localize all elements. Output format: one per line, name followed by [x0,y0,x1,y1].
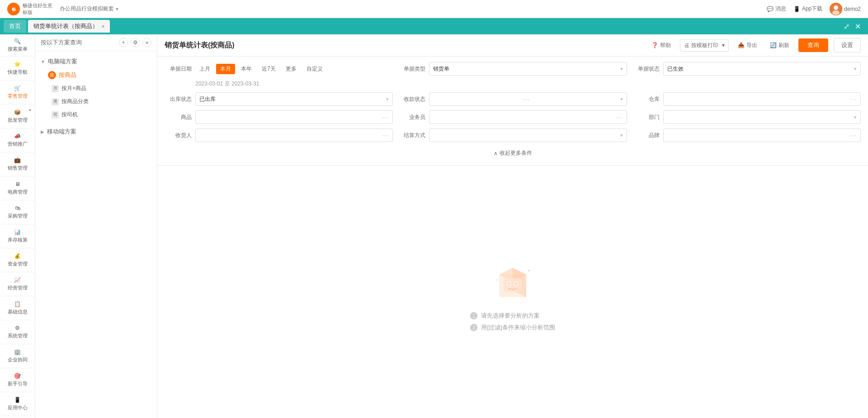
sidebar-item-marketing[interactable]: 📣 营销推广 [0,128,35,152]
message-btn[interactable]: 💬 消息 [767,5,786,13]
sidebar-item-retail[interactable]: 🛒 零售管理 [0,81,35,104]
payment-method-control[interactable]: ▾ [429,128,627,142]
doctype-control[interactable]: 销货单 ▾ [429,62,627,76]
sidebar-item-ecommerce[interactable]: 🖥 电商管理 [0,176,35,200]
retail-label: 零售管理 [8,93,28,100]
wholesale-icon: 📦 [14,109,21,115]
tab-active[interactable]: 销货单统计表（按商品） × [28,20,110,33]
date-label: 单据日期 [165,65,192,73]
outstatus-control[interactable]: 已出库 ▾ [195,92,393,106]
brand-control[interactable]: ··· [663,128,861,142]
svg-text:✦: ✦ [495,278,499,282]
refresh-btn[interactable]: 🔄 刷新 [766,40,793,51]
filter-outstatus-cell: 出库状态 已出库 ▾ [165,92,393,106]
empty-tip-1: 1 请先选择要分析的方案 [470,312,555,320]
group-label: 电脑端方案 [48,57,77,66]
date-btn-more[interactable]: 更多 [282,64,301,74]
svg-point-11 [508,283,510,285]
sidebar-quick-nav[interactable]: ⭐ 快捷导航 [0,57,35,81]
help-btn[interactable]: ❓ 帮助 [648,40,675,51]
svg-point-3 [834,5,838,10]
breadcrumb-arrow[interactable]: ▾ [116,6,118,12]
sidebar-item-finance[interactable]: 💰 资金管理 [0,248,35,272]
filter-brand-cell: 品牌 ··· [632,128,861,142]
operations-icon: 📈 [14,277,21,283]
search-icon: 🔍 [14,38,21,44]
message-icon: 💬 [767,6,774,12]
date-btn-last-month[interactable]: 上月 [195,64,214,74]
settings-scheme-btn[interactable]: ⚙ [131,38,140,47]
sidebar-search-label: 搜索菜单 [8,46,28,52]
docstatus-value: 已生效 [667,65,684,73]
user-area[interactable]: demo2 [830,3,861,15]
add-scheme-btn[interactable]: + [119,38,128,47]
sidebar-item-system[interactable]: ⚙ 系统管理 [0,320,35,344]
department-label: 部门 [632,114,660,121]
docstatus-control[interactable]: 已生效 ▾ [663,62,861,76]
sidebar-item-enterprise[interactable]: 🏢 企业协同 [0,344,35,368]
tip-text-2: 用[过滤]条件来缩小分析范围 [481,323,555,332]
sidebar-item-basics[interactable]: 📋 基础信息 [0,296,35,320]
tip-num-1: 1 [470,312,477,319]
template-print-btn[interactable]: 🖨 按模板打印 ▾ [680,39,729,52]
sidebar-item-inventory[interactable]: 📊 库存核算 [0,224,35,248]
scheme-item-by-product[interactable]: 按 按商品 [35,68,157,82]
breadcrumb: 办公用品行业模拟账套 ▾ [60,5,118,13]
scheme-item-by-category[interactable]: 类 按商品分类 [35,95,157,108]
tip-text-1: 请先选择要分析的方案 [481,312,540,320]
query-btn[interactable]: 查询 [798,38,828,52]
sidebar-item-appcenter[interactable]: 📱 应用中心 [0,392,35,416]
sidebar-item-wholesale[interactable]: 📦 批发管理 ▲ [0,104,35,128]
scheme-item-by-month-product[interactable]: 月 按月+商品 [35,82,157,95]
enterprise-icon: 🏢 [14,349,21,355]
sidebar-item-guide[interactable]: 🎯 新手引导 [0,368,35,392]
date-range-display: 2023-03-01 至 2023-03-31 [195,80,259,88]
doctype-value: 销货单 [433,65,449,73]
logo[interactable]: 畅 畅捷信好生意 标版 [7,2,52,15]
sidebar-search[interactable]: 🔍 搜索菜单 [0,34,35,57]
sidebar-item-sales[interactable]: 💼 销售管理 [0,152,35,176]
scheme-group-desktop[interactable]: ▼ 电脑端方案 [35,55,157,68]
sub-item-category-label: 按商品分类 [61,98,89,105]
department-arrow-icon: ▾ [854,114,857,120]
scheme-group-mobile[interactable]: ▶ 移动端方案 [35,125,157,138]
payment-method-label: 结算方式 [398,132,425,139]
warehouse-control[interactable]: ··· [663,92,861,106]
svg-text:畅: 畅 [12,7,16,12]
date-btn-this-year[interactable]: 本年 [237,64,256,74]
guide-icon: 🎯 [14,373,21,379]
salesperson-dots-icon: ··· [616,114,623,121]
print-icon: 🖨 [684,42,689,48]
system-icon: ⚙ [15,325,20,331]
collapse-filters-btn[interactable]: ∧ 收起更多条件 [165,147,861,160]
svg-text:✦: ✦ [527,268,531,273]
sidebar-item-operations[interactable]: 📈 经营管理 [0,272,35,296]
export-btn[interactable]: 📤 导出 [734,40,761,51]
sidebar-item-purchase[interactable]: 🛍 采购管理 [0,200,35,224]
date-btn-7days[interactable]: 近7天 [258,64,280,74]
tab-home[interactable]: 首页 [4,20,26,33]
department-control[interactable]: ▾ [663,110,861,124]
app-download-btn[interactable]: 📱 App下载 [793,5,822,13]
date-btn-custom[interactable]: 自定义 [302,64,327,74]
tab-expand-btn[interactable]: ⤢ ✕ [840,22,864,31]
product-control[interactable]: ··· [195,110,393,124]
page-title: 销货单统计表(按商品) [165,41,235,50]
salesperson-label: 业务员 [398,114,425,121]
tab-close-btn[interactable]: × [102,24,104,29]
collapse-panel-btn[interactable]: « [142,38,151,47]
scheme-item-by-driver[interactable]: 司 按司机 [35,108,157,121]
payment-status-control[interactable]: ··· ▾ [429,92,627,106]
date-btn-this-month[interactable]: 本月 [216,64,235,74]
settings-btn[interactable]: 设置 [834,38,861,52]
finance-icon: 💰 [14,253,21,259]
sidebar-item-wechat[interactable]: 💬 企业微信 [0,416,35,418]
quick-nav-label: 快捷导航 [8,69,28,76]
group-arrow-icon: ▼ [41,59,45,64]
filter-product-cell: 商品 ··· [165,110,393,124]
sales-icon: 💼 [14,157,21,163]
sub-icon-driver: 司 [52,111,59,119]
recipient-control[interactable]: ··· [195,128,393,142]
payment-status-arrow-icon: ▾ [620,96,623,102]
salesperson-control[interactable]: ··· [429,110,627,124]
